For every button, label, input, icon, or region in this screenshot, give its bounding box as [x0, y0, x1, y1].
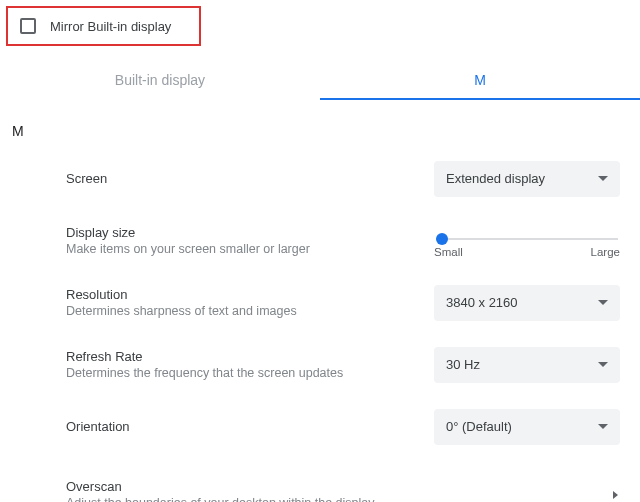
display-size-title: Display size	[66, 225, 414, 240]
chevron-down-icon	[598, 424, 608, 429]
chevron-down-icon	[598, 176, 608, 181]
display-size-subtitle: Make items on your screen smaller or lar…	[66, 242, 414, 256]
resolution-dropdown[interactable]: 3840 x 2160	[434, 285, 620, 321]
mirror-label: Mirror Built-in display	[50, 19, 171, 34]
refresh-rate-title: Refresh Rate	[66, 349, 414, 364]
slider-thumb[interactable]	[436, 233, 448, 245]
refresh-rate-subtitle: Determines the frequency that the screen…	[66, 366, 414, 380]
row-display-size: Display size Make items on your screen s…	[66, 209, 620, 271]
row-overscan[interactable]: Overscan Adjust the boundaries of your d…	[66, 463, 620, 502]
row-resolution: Resolution Determines sharpness of text …	[66, 271, 620, 333]
overscan-subtitle: Adjust the boundaries of your desktop wi…	[66, 496, 593, 502]
tab-m[interactable]: M	[320, 64, 640, 100]
mirror-checkbox-row[interactable]: Mirror Built-in display	[6, 6, 201, 46]
row-screen: Screen Extended display	[66, 147, 620, 209]
refresh-rate-value: 30 Hz	[446, 357, 480, 372]
display-tabs: Built-in display M	[0, 64, 640, 101]
chevron-right-icon	[613, 491, 618, 499]
section-title: M	[12, 123, 640, 139]
display-size-slider[interactable]: Small Large	[434, 224, 620, 258]
orientation-dropdown[interactable]: 0° (Default)	[434, 409, 620, 445]
orientation-title: Orientation	[66, 419, 414, 434]
resolution-title: Resolution	[66, 287, 414, 302]
orientation-value: 0° (Default)	[446, 419, 512, 434]
refresh-rate-dropdown[interactable]: 30 Hz	[434, 347, 620, 383]
row-refresh-rate: Refresh Rate Determines the frequency th…	[66, 333, 620, 395]
overscan-title: Overscan	[66, 479, 593, 494]
chevron-down-icon	[598, 300, 608, 305]
chevron-down-icon	[598, 362, 608, 367]
resolution-subtitle: Determines sharpness of text and images	[66, 304, 414, 318]
row-orientation: Orientation 0° (Default)	[66, 395, 620, 457]
settings-list: Screen Extended display Display size Mak…	[0, 139, 640, 502]
resolution-value: 3840 x 2160	[446, 295, 518, 310]
mirror-checkbox[interactable]	[20, 18, 36, 34]
tab-built-in-display[interactable]: Built-in display	[0, 64, 320, 100]
screen-value: Extended display	[446, 171, 545, 186]
slider-min-label: Small	[434, 246, 463, 258]
screen-title: Screen	[66, 171, 414, 186]
screen-dropdown[interactable]: Extended display	[434, 161, 620, 197]
slider-max-label: Large	[591, 246, 620, 258]
slider-track[interactable]	[436, 238, 618, 240]
